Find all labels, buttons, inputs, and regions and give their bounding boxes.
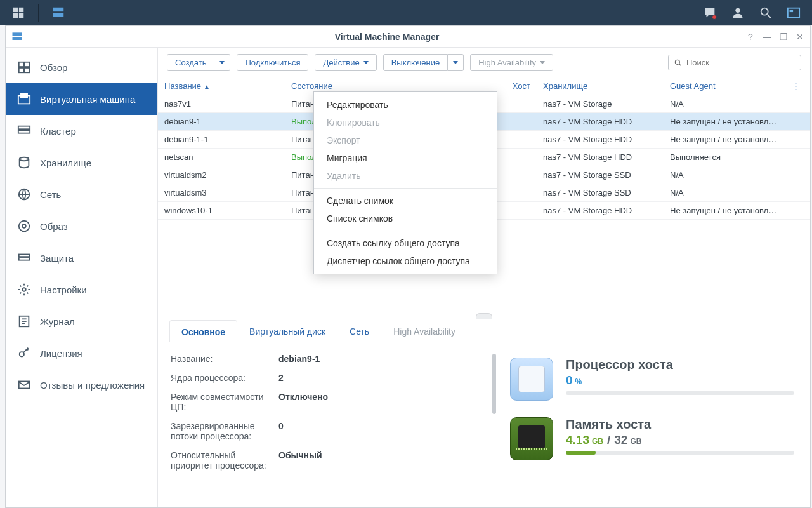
user-icon[interactable] [730,4,746,21]
maximize-button[interactable]: ❐ [778,32,789,42]
menu-item[interactable]: Миграция [314,149,497,167]
log-icon [17,314,31,328]
connect-button[interactable]: Подключиться [237,54,308,71]
search-box[interactable] [668,55,801,70]
svg-point-23 [19,221,30,232]
sidebar-item-settings[interactable]: Настройки [6,274,157,305]
cell-name: debian9-1-1 [158,135,285,144]
svg-point-27 [22,288,26,291]
notifications-icon[interactable] [702,4,718,21]
shutdown-dropdown-caret[interactable] [448,54,464,71]
prop-value: debian9-1 [278,354,478,364]
svg-rect-20 [18,130,30,133]
os-taskbar [0,0,812,25]
sidebar-item-cluster[interactable]: Кластер [6,115,157,147]
detail-panel: Название:debian9-1 Ядра процессора:2 Реж… [158,342,810,507]
search-icon[interactable] [757,4,774,21]
col-storage[interactable]: Хранилище [537,81,664,91]
memory-title: Память хоста [566,417,797,432]
create-dropdown-caret[interactable] [214,54,230,71]
menu-item[interactable]: Сделать снимок [314,192,497,210]
divider [38,4,39,22]
menu-item[interactable]: Редактировать [314,96,497,114]
svg-rect-11 [13,32,22,36]
sidebar-item-overview[interactable]: Обзор [6,51,157,83]
widgets-icon[interactable] [785,4,802,21]
tab-ha[interactable]: High Availability [381,319,468,342]
help-button[interactable]: ? [745,32,756,42]
svg-rect-3 [19,13,23,18]
ha-button[interactable]: High Availability [470,54,553,71]
network-icon [17,187,31,201]
memory-sep: / [607,433,610,447]
minimize-button[interactable]: — [762,32,772,42]
action-button[interactable]: Действие [315,54,376,71]
memory-bar [566,451,794,455]
shutdown-button[interactable]: Выключение [383,54,449,71]
key-icon [17,346,31,360]
col-host[interactable]: Хост [405,81,537,91]
tab-main[interactable]: Основное [169,320,237,342]
col-more-icon[interactable]: ⋮ [785,81,798,91]
create-button[interactable]: Создать [167,54,214,71]
search-input[interactable] [686,58,796,67]
svg-line-35 [679,64,681,65]
sidebar-item-label: Сеть [40,189,61,200]
svg-rect-2 [13,13,18,18]
col-state[interactable]: Состояние [285,81,405,91]
svg-rect-13 [19,62,23,67]
prop-key: Режим совместимости ЦП: [171,392,278,412]
prop-value: 2 [278,373,478,383]
svg-point-32 [20,352,24,356]
sidebar: Обзор Виртуальная машина Кластер Хранили… [6,48,158,507]
main-menu-icon[interactable] [10,4,27,21]
svg-rect-19 [18,126,30,130]
cell-agent: N/A [664,170,785,180]
prop-key: Ядра процессора: [171,373,278,383]
cpu-icon [510,358,553,401]
detail-scrollbar[interactable] [491,354,497,502]
svg-point-6 [735,8,740,13]
app-icon [11,30,23,43]
svg-rect-12 [13,37,22,40]
vmm-taskbar-icon[interactable] [50,4,67,21]
sidebar-item-feedback[interactable]: Отзывы и предложения [6,369,157,401]
cpu-bar [566,391,794,395]
menu-item[interactable]: Диспетчер ссылок общего доступа [314,252,497,270]
menu-item[interactable]: Список снимков [314,210,497,227]
sidebar-item-network[interactable]: Сеть [6,178,157,210]
cell-agent: Не запущен / не установл… [664,135,785,144]
create-button-group: Создать [167,54,230,71]
mail-icon [17,378,31,392]
cell-storage: nas7 - VM Storage HDD [537,117,664,126]
sidebar-item-vm[interactable]: Виртуальная машина [6,83,157,115]
tab-vdisk[interactable]: Виртуальный диск [237,319,337,342]
memory-total-unit: GB [630,437,641,446]
svg-rect-18 [21,93,28,98]
search-icon [674,58,683,67]
cpu-unit: % [575,377,582,386]
cpu-value: 0 [566,373,573,387]
action-dropdown-menu: РедактироватьКлонироватьЭкспортМиграцияУ… [313,91,497,274]
window-title: Virtual Machine Manager [29,32,745,42]
memory-used: 4.13 [566,433,589,447]
sidebar-item-storage[interactable]: Хранилище [6,147,157,178]
detail-properties: Название:debian9-1 Ядра процессора:2 Реж… [171,354,478,502]
sidebar-item-image[interactable]: Образ [6,210,157,242]
col-agent[interactable]: Guest Agent [664,81,785,91]
menu-item[interactable]: Создать ссылку общего доступа [314,234,497,252]
menu-item: Удалить [314,167,497,185]
svg-point-7 [761,8,768,15]
sidebar-item-license[interactable]: Лицензия [6,337,157,369]
svg-point-21 [20,157,29,161]
col-name[interactable]: Название▲ [158,81,285,91]
close-button[interactable]: ✕ [795,32,805,42]
svg-rect-26 [19,258,30,260]
cell-storage: nas7 - VM Storage SSD [537,188,664,197]
sidebar-item-log[interactable]: Журнал [6,305,157,337]
tab-network[interactable]: Сеть [337,319,381,342]
sidebar-item-protection[interactable]: Защита [6,242,157,274]
resize-handle[interactable] [476,313,492,319]
cluster-icon [17,124,31,138]
sidebar-item-label: Журнал [40,316,75,327]
